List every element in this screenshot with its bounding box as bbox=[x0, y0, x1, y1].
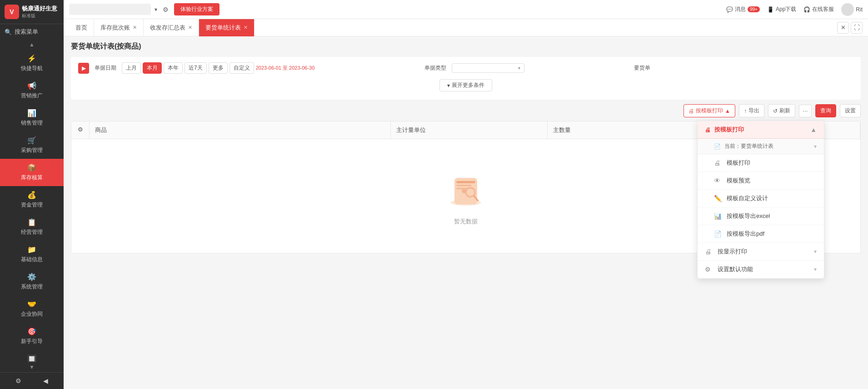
bill-type-label: 单据类型 bbox=[424, 64, 446, 72]
table-col-settings[interactable]: ⚙ bbox=[71, 121, 90, 139]
sidebar: V 畅康通好生意 标准版 🔍 搜索菜单 ▲ ⚡ 快捷导航 📢 营销推广 📊 销售… bbox=[0, 0, 64, 389]
date-btn-0[interactable]: 上月 bbox=[122, 62, 141, 74]
display-print-arrow: ▾ bbox=[814, 248, 817, 255]
avatar bbox=[841, 3, 854, 16]
sidebar-item-purchase[interactable]: 🛒 采购管理 bbox=[0, 131, 64, 159]
app-name: 畅康通好生意 bbox=[22, 5, 57, 13]
current-template-arrow: ▾ bbox=[814, 143, 817, 150]
date-btn-1[interactable]: 本月 bbox=[143, 62, 162, 74]
dropdown-item-export-excel[interactable]: 📊 按模板导出excel bbox=[698, 207, 824, 225]
sidebar-icon-finance: 💰 bbox=[27, 191, 36, 199]
date-btn-2[interactable]: 本年 bbox=[164, 62, 183, 74]
sidebar-label-basic: 基础信息 bbox=[21, 256, 43, 263]
tab-close-2[interactable]: ✕ bbox=[188, 25, 192, 30]
goods-label: 要货单 bbox=[634, 64, 650, 72]
export-btn[interactable]: ↑ 导出 bbox=[739, 104, 764, 117]
export-excel-label: 按模板导出excel bbox=[727, 212, 770, 220]
sidebar-item-marketing[interactable]: 📢 营销推广 bbox=[0, 77, 64, 104]
sidebar-icon-marketing: 📢 bbox=[27, 81, 36, 90]
dropdown-item-template-preview[interactable]: 👁 模板预览 bbox=[698, 172, 824, 190]
tab-0[interactable]: 首页 bbox=[69, 19, 94, 36]
expand-more-btn[interactable]: ▾ 展开更多条件 bbox=[439, 79, 492, 91]
messages-btn[interactable]: 💬 消息 99+ bbox=[726, 5, 760, 13]
app-download-btn[interactable]: 📱 App下载 bbox=[767, 5, 796, 13]
sidebar-item-collab[interactable]: 🤝 企业协同 bbox=[0, 295, 64, 323]
dropdown-current-template[interactable]: 📄 当前：要货单统计表 ▾ bbox=[698, 139, 824, 154]
header-dropdown-arrow[interactable]: ▾ bbox=[155, 6, 157, 13]
online-service-btn[interactable]: 🎧 在线客服 bbox=[803, 5, 834, 13]
action-bar: 🖨 按模板打印 ▲ ↑ 导出 ↺ 刷新 ··· 查询 设置 bbox=[71, 104, 861, 117]
tab-expand-btn[interactable]: ⛶ bbox=[851, 22, 863, 34]
dropdown-item-template-print[interactable]: 🖨 模板打印 bbox=[698, 154, 824, 172]
logo-icon: V bbox=[5, 5, 19, 19]
sidebar-scroll-down[interactable]: ▼ bbox=[0, 362, 64, 372]
headset-icon: 🎧 bbox=[803, 6, 810, 13]
template-print-arrow: ▲ bbox=[725, 108, 730, 114]
sidebar-icon-quick-nav: ⚡ bbox=[27, 54, 36, 63]
bill-type-arrow: ▾ bbox=[518, 66, 520, 71]
dropdown-title-label: 按模板打印 bbox=[714, 126, 744, 134]
dropdown-close-btn[interactable]: ▲ bbox=[810, 126, 817, 133]
sidebar-item-finance[interactable]: 💰 资金管理 bbox=[0, 186, 64, 213]
trial-btn[interactable]: 体验行业方案 bbox=[174, 3, 219, 15]
tab-close-3[interactable]: ✕ bbox=[244, 25, 248, 30]
sidebar-search-label: 搜索菜单 bbox=[15, 28, 38, 36]
more-actions-btn[interactable]: ··· bbox=[799, 105, 812, 117]
template-print-item-label: 模板打印 bbox=[727, 159, 750, 167]
tab-1[interactable]: 库存批次账✕ bbox=[94, 19, 144, 36]
header-gear-icon[interactable]: ⚙ bbox=[163, 6, 169, 13]
settings-action-btn[interactable]: 设置 bbox=[840, 104, 861, 117]
tab-2[interactable]: 收发存汇总表✕ bbox=[144, 19, 199, 36]
sidebar-label-marketing: 营销推广 bbox=[21, 92, 43, 100]
logo-text: 畅康通好生意 标准版 bbox=[22, 5, 57, 19]
current-template-icon: 📄 bbox=[714, 143, 721, 150]
message-icon: 💬 bbox=[726, 6, 733, 13]
table-col-goods: 商品 bbox=[90, 121, 391, 139]
date-btn-3[interactable]: 近7天 bbox=[185, 62, 207, 74]
query-btn[interactable]: 查询 bbox=[815, 104, 836, 117]
sidebar-label-collab: 企业协同 bbox=[21, 310, 43, 318]
export-pdf-label: 按模板导出pdf bbox=[727, 230, 764, 238]
sidebar-item-sales[interactable]: 📊 销售管理 bbox=[0, 104, 64, 131]
tab-3[interactable]: 要货单统计表✕ bbox=[199, 19, 254, 36]
date-btn-5[interactable]: 自定义 bbox=[229, 62, 254, 74]
sidebar-item-quick-nav[interactable]: ⚡ 快捷导航 bbox=[0, 50, 64, 77]
sidebar-item-operations[interactable]: 📋 经营管理 bbox=[0, 213, 64, 241]
refresh-icon: ↺ bbox=[773, 108, 778, 114]
filter-collapse-btn[interactable]: ▶ bbox=[78, 63, 89, 74]
sidebar-icon-operations: 📋 bbox=[27, 218, 36, 227]
empty-text: 暂无数据 bbox=[454, 217, 478, 226]
sidebar-item-apps[interactable]: 🔲 应用中心 bbox=[0, 350, 64, 362]
sidebar-icon-basic: 📁 bbox=[27, 245, 36, 254]
filter-row: ▶ 单据日期 上月本月本年近7天更多自定义2023-06-01 至 2023-0… bbox=[78, 62, 853, 74]
filter-section: ▶ 单据日期 上月本月本年近7天更多自定义2023-06-01 至 2023-0… bbox=[71, 57, 861, 100]
dropdown-sub-default-function[interactable]: ⚙ 设置默认功能 ▾ bbox=[698, 261, 824, 278]
date-btn-4[interactable]: 更多 bbox=[209, 62, 228, 74]
svg-rect-2 bbox=[456, 181, 475, 183]
tab-label-2: 收发存汇总表 bbox=[150, 24, 185, 32]
sidebar-item-newbie[interactable]: 🎯 新手引导 bbox=[0, 323, 64, 350]
sidebar-item-system[interactable]: ⚙️ 系统管理 bbox=[0, 268, 64, 295]
sidebar-item-inventory[interactable]: 📦 库存核算 bbox=[0, 159, 64, 186]
dropdown-item-export-pdf[interactable]: 📄 按模板导出pdf bbox=[698, 225, 824, 243]
collapse-sidebar-btn[interactable]: ◀ bbox=[43, 377, 48, 384]
tab-close-1[interactable]: ✕ bbox=[133, 25, 137, 30]
empty-illustration bbox=[443, 167, 489, 212]
message-badge: 99+ bbox=[748, 6, 760, 12]
avatar-area[interactable]: Rit bbox=[841, 3, 863, 16]
tab-close-all-btn[interactable]: ✕ bbox=[837, 22, 849, 34]
bill-type-select[interactable]: ▾ bbox=[452, 63, 524, 73]
sidebar-search[interactable]: 🔍 搜索菜单 bbox=[0, 24, 64, 40]
sidebar-label-purchase: 采购管理 bbox=[21, 147, 43, 154]
sidebar-icon-newbie: 🎯 bbox=[27, 327, 36, 336]
dropdown-sub-display-print[interactable]: 🖨 按显示打印 ▾ bbox=[698, 243, 824, 261]
sidebar-item-basic[interactable]: 📁 基础信息 bbox=[0, 241, 64, 268]
dropdown-item-template-design[interactable]: ✏️ 模板自定义设计 bbox=[698, 190, 824, 207]
settings-bottom-btn[interactable]: ⚙ bbox=[15, 377, 21, 384]
export-label: 导出 bbox=[748, 107, 759, 115]
table-col-quantity: 主数量 bbox=[548, 121, 704, 139]
svg-rect-3 bbox=[456, 185, 471, 186]
template-print-btn[interactable]: 🖨 按模板打印 ▲ bbox=[683, 104, 735, 117]
sidebar-scroll-up[interactable]: ▲ bbox=[0, 40, 64, 50]
refresh-btn[interactable]: ↺ 刷新 bbox=[768, 104, 795, 117]
